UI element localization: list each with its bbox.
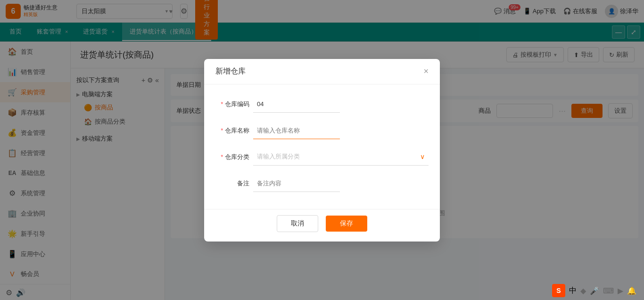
warehouse-note-input[interactable] (253, 175, 340, 192)
cancel-button[interactable]: 取消 (277, 215, 318, 232)
category-dropdown-icon: ∨ (420, 153, 425, 160)
bottom-bar: S 中 ◆ 🎤 ⌨ ▶ 🔔 (545, 281, 644, 300)
keyboard-icon[interactable]: ⌨ (603, 286, 614, 295)
chinese-input-icon[interactable]: 中 (569, 286, 577, 296)
microphone-icon[interactable]: 🎤 (590, 286, 599, 295)
warehouse-name-input[interactable] (253, 122, 340, 139)
dialog-title: 新增仓库 (215, 67, 246, 76)
add-warehouse-dialog: 新增仓库 × 仓库编码 仓库名称 (204, 59, 440, 242)
dialog-body: 仓库编码 仓库名称 仓库分类 (204, 84, 440, 209)
notification-icon[interactable]: 🔔 (627, 286, 636, 295)
warehouse-category-label: 仓库分类 (215, 153, 253, 161)
diamond-icon[interactable]: ◆ (580, 286, 586, 295)
warehouse-category-select[interactable]: 请输入所属分类 ∨ (253, 149, 429, 166)
dialog-footer: 取消 保存 (204, 209, 440, 242)
warehouse-category-row: 仓库分类 请输入所属分类 ∨ (215, 149, 429, 166)
dialog-close-btn[interactable]: × (423, 67, 429, 75)
warehouse-note-row: 备注 (215, 175, 429, 192)
warehouse-code-row: 仓库编码 (215, 96, 429, 113)
warehouse-name-row: 仓库名称 (215, 122, 429, 139)
warehouse-note-label: 备注 (215, 179, 253, 188)
brand-bottom-icon: S (552, 284, 565, 297)
save-button[interactable]: 保存 (326, 216, 367, 232)
play-icon[interactable]: ▶ (618, 286, 623, 295)
warehouse-code-label: 仓库编码 (215, 100, 253, 108)
dialog-header: 新增仓库 × (204, 59, 440, 84)
warehouse-code-input[interactable] (253, 96, 340, 113)
warehouse-name-label: 仓库名称 (215, 126, 253, 135)
dialog-overlay[interactable]: 新增仓库 × 仓库编码 仓库名称 (0, 0, 644, 300)
